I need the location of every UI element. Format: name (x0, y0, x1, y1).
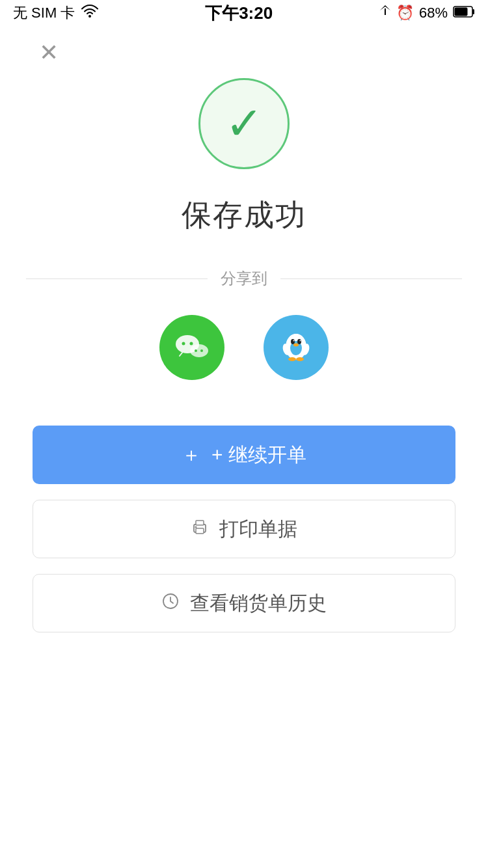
success-section: ✓ 保存成功 (0, 26, 488, 236)
svg-rect-23 (196, 528, 204, 534)
location-icon (379, 5, 391, 21)
share-divider-row: 分享到 (26, 268, 462, 289)
svg-point-15 (293, 340, 295, 342)
svg-point-19 (296, 357, 304, 361)
svg-rect-24 (196, 521, 204, 525)
svg-point-8 (195, 349, 197, 352)
svg-point-17 (293, 344, 299, 347)
success-circle: ✓ (198, 78, 290, 169)
no-sim-label: 无 SIM 卡 (13, 3, 75, 23)
print-label: 打印单据 (219, 516, 297, 543)
battery-label: 68% (419, 5, 448, 21)
plus-icon: ＋ (182, 442, 201, 468)
svg-point-5 (190, 344, 208, 357)
checkmark-icon: ✓ (225, 101, 264, 146)
svg-rect-3 (455, 8, 468, 16)
share-label: 分享到 (221, 268, 267, 289)
share-section: 分享到 (0, 268, 488, 380)
svg-point-14 (297, 339, 301, 344)
svg-point-25 (195, 526, 197, 528)
svg-point-13 (291, 339, 295, 344)
view-history-label: 查看销货单历史 (190, 590, 327, 617)
history-icon (161, 592, 180, 615)
status-right: ⏰ 68% (379, 5, 475, 21)
status-bar: 无 SIM 卡 下午3:20 ⏰ 68% (0, 0, 488, 26)
success-title: 保存成功 (182, 195, 306, 236)
print-button[interactable]: 打印单据 (33, 500, 455, 558)
share-qq-button[interactable] (264, 315, 329, 380)
printer-icon (191, 518, 209, 541)
close-icon: ✕ (39, 41, 59, 64)
svg-point-18 (288, 357, 296, 361)
wifi-icon (81, 5, 98, 21)
continue-order-label: + 继续开单 (211, 442, 306, 468)
action-buttons: ＋ + 继续开单 打印单据 查看销货单历史 (0, 426, 488, 632)
alarm-icon: ⏰ (396, 5, 414, 21)
svg-rect-2 (472, 9, 474, 14)
share-wechat-button[interactable] (159, 315, 224, 380)
share-line-right (280, 278, 462, 279)
share-line-left (26, 278, 208, 279)
svg-point-7 (190, 342, 193, 346)
share-icons-row (26, 315, 462, 380)
svg-point-9 (200, 349, 203, 352)
battery-icon (453, 5, 475, 21)
status-left: 无 SIM 卡 (13, 3, 98, 23)
close-button[interactable]: ✕ (33, 36, 65, 69)
status-time: 下午3:20 (205, 2, 273, 25)
continue-order-button[interactable]: ＋ + 继续开单 (33, 426, 455, 484)
view-history-button[interactable]: 查看销货单历史 (33, 574, 455, 632)
svg-rect-0 (385, 8, 386, 15)
svg-point-6 (182, 342, 185, 346)
svg-point-16 (300, 340, 301, 342)
